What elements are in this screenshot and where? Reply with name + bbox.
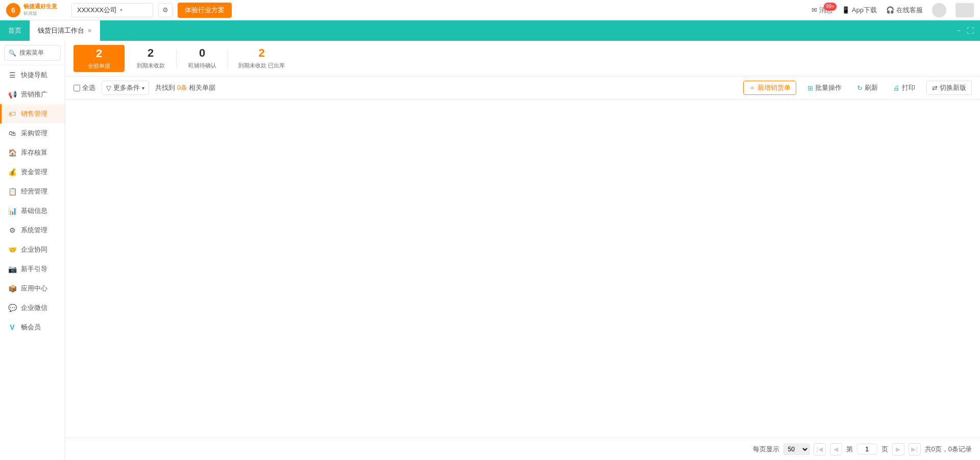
finance-icon: 💰 [8,167,17,177]
cooperation-icon: 🤝 [8,245,17,254]
page-end-label: 页 [881,445,888,454]
switch-version-button[interactable]: ⇄ 切换新版 [926,81,972,95]
all-label: 全部单据 [88,62,110,70]
page-size-select[interactable]: 50 100 200 [783,444,810,455]
summary-tab-overdue[interactable]: 2 到期未收款 [125,41,176,76]
page-label: 第 [846,445,853,454]
sidebar-label-member: 畅会员 [21,323,41,332]
minimize-icon[interactable]: － [955,26,963,35]
select-all-input[interactable] [74,85,80,91]
messages-badge: 99+ [824,3,837,11]
new-sales-label: 新增销货单 [757,83,791,92]
summary-tab-pending[interactable]: 0 旺辅待确认 [177,41,228,76]
sidebar-label-system: 系统管理 [21,226,47,235]
chevron-down-icon: ▾ [120,7,122,13]
sidebar-label-purchase: 采购管理 [21,129,47,138]
sidebar-item-cooperation[interactable]: 🤝 企业协同 [0,240,65,259]
pending-count: 0 [199,46,205,60]
operations-icon: 📋 [8,187,17,196]
user-profile-area[interactable] [955,3,974,17]
found-prefix: 共找到 [155,84,175,91]
company-selector[interactable]: XXXXXX公司 ▾ [71,3,153,17]
select-all-label: 全选 [82,83,95,92]
refresh-button[interactable]: ↻ 刷新 [853,81,882,94]
nav-tabs: 首页 钱货日清工作台 ✕ － ⛶ [0,20,980,41]
last-page-button[interactable]: ▶| [909,443,921,455]
filter-button[interactable]: ▽ 更多条件 ▾ [102,81,149,95]
sidebar-label-quick-nav: 快捷导航 [21,70,47,80]
search-menu-button[interactable]: 🔍 搜索菜单 [4,45,61,61]
sidebar-label-app-center: 应用中心 [21,284,47,293]
table-area [65,100,980,438]
filter-icon: ▽ [106,84,111,92]
sidebar-item-member[interactable]: V 畅会员 [0,318,65,337]
header-center-actions: ⚙ 体验行业方案 [158,3,232,18]
sales-icon: 🏷 [8,109,17,118]
sidebar-item-system[interactable]: ⚙ 系统管理 [0,221,65,240]
online-service-button[interactable]: 🎧 在线客服 [886,6,923,15]
app-download-button[interactable]: 📱 App下载 [842,6,877,15]
print-button[interactable]: 🖨 打印 [889,81,919,94]
main-layout: 🔍 搜索菜单 ☰ 快捷导航 📢 营销推广 🏷 销售管理 🛍 采购管理 🏠 库存核… [0,41,980,460]
found-count: 0条 [177,84,187,91]
sidebar-item-inventory[interactable]: 🏠 库存核算 [0,143,65,162]
overdue-count: 2 [148,46,154,60]
overdue-out-label: 到期未收款 已出库 [238,62,285,69]
next-page-button[interactable]: ▶ [892,443,904,455]
switch-icon: ⇄ [932,84,938,92]
logo-icon: 6 [6,3,20,17]
print-icon: 🖨 [893,84,900,92]
print-label: 打印 [902,83,915,92]
found-suffix: 相关单据 [189,84,215,91]
sidebar-label-finance: 资金管理 [21,167,47,177]
summary-tab-overdue-out[interactable]: 2 到期未收款 已出库 [228,41,295,76]
home-tab-label: 首页 [8,26,21,35]
first-page-button[interactable]: |◀ [814,443,826,455]
maximize-icon[interactable]: ⛶ [967,27,974,35]
select-all-checkbox[interactable]: 全选 [74,83,95,92]
sidebar-label-wechat: 企业微信 [21,303,47,312]
tab-qianhuoriqing[interactable]: 钱货日清工作台 ✕ [30,20,100,41]
batch-operation-button[interactable]: ⊞ 批量操作 [803,81,846,94]
settings-button[interactable]: ⚙ [158,3,173,17]
sidebar-item-basic-info[interactable]: 📊 基础信息 [0,201,65,221]
search-icon: 🔍 [9,50,16,57]
avatar[interactable] [932,3,946,17]
pending-label: 旺辅待确认 [188,62,216,69]
sidebar-item-guide[interactable]: 📷 新手引导 [0,259,65,279]
inventory-icon: 🏠 [8,148,17,157]
switch-label: 切换新版 [940,83,966,92]
sidebar: 🔍 搜索菜单 ☰ 快捷导航 📢 营销推广 🏷 销售管理 🛍 采购管理 🏠 库存核… [0,41,65,460]
sidebar-item-quick-nav[interactable]: ☰ 快捷导航 [0,65,65,85]
sidebar-item-sales[interactable]: 🏷 销售管理 [0,104,65,124]
marketing-icon: 📢 [8,90,17,99]
page-number-input[interactable] [857,444,877,454]
top-header: 6 畅捷通好生意 标准版 XXXXXX公司 ▾ ⚙ 体验行业方案 ✉ 消息 99… [0,0,980,20]
summary-tab-all[interactable]: 2 全部单据 [74,45,125,72]
sidebar-item-app-center[interactable]: 📦 应用中心 [0,279,65,298]
tab-home[interactable]: 首页 [0,20,30,41]
pagination-bar: 每页显示 50 100 200 |◀ ◀ 第 页 ▶ ▶| 共0页，0条记录 [65,438,980,460]
sidebar-item-marketing[interactable]: 📢 营销推广 [0,85,65,104]
trial-button[interactable]: 体验行业方案 [178,3,232,18]
guide-icon: 📷 [8,264,17,274]
sidebar-label-inventory: 库存核算 [21,148,47,157]
search-menu-label: 搜索菜单 [19,49,44,57]
new-sales-button[interactable]: ＋ 新增销货单 [743,81,796,95]
online-service-label: 在线客服 [896,6,923,15]
logo-text-area: 畅捷通好生意 标准版 [23,3,57,16]
download-icon: 📱 [842,6,850,14]
purchase-icon: 🛍 [8,129,17,138]
sidebar-item-purchase[interactable]: 🛍 采购管理 [0,124,65,143]
found-text: 共找到 0条 相关单据 [155,83,215,92]
logo-title: 畅捷通好生意 [23,3,57,10]
sidebar-item-operations[interactable]: 📋 经营管理 [0,182,65,201]
messages-button[interactable]: ✉ 消息 99+ [812,6,832,15]
sidebar-item-wechat[interactable]: 💬 企业微信 [0,298,65,318]
logo-area: 6 畅捷通好生意 标准版 [6,3,71,17]
prev-page-button[interactable]: ◀ [830,443,842,455]
page-size-prefix: 每页显示 [753,445,779,454]
close-icon[interactable]: ✕ [87,28,92,34]
basic-info-icon: 📊 [8,206,17,215]
sidebar-item-finance[interactable]: 💰 资金管理 [0,162,65,182]
